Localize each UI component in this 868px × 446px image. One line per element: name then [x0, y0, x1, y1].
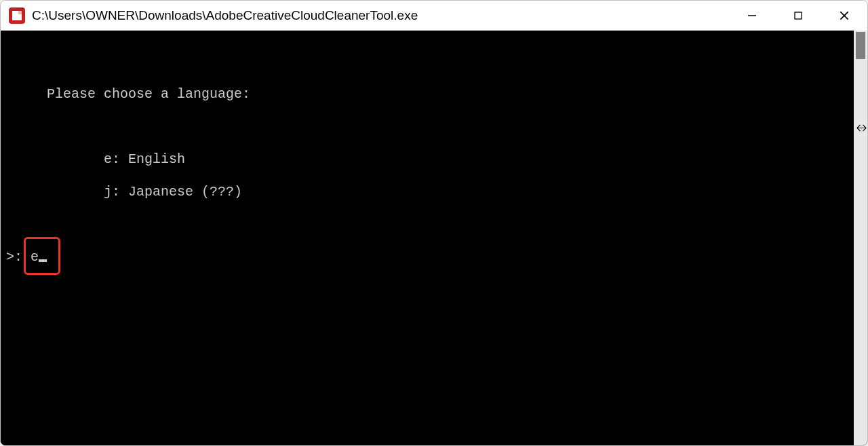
resize-horizontal-icon — [856, 123, 867, 133]
window-title: C:\Users\OWNER\Downloads\AdobeCreativeCl… — [32, 8, 729, 23]
content-area: Please choose a language: e: English j: … — [1, 31, 867, 445]
input-prompt-line[interactable]: >: e — [6, 249, 854, 265]
svg-rect-1 — [795, 12, 802, 19]
window-controls — [729, 1, 867, 31]
blank-line — [6, 54, 854, 70]
minimize-button[interactable] — [729, 1, 775, 31]
scrollbar-thumb[interactable] — [856, 32, 865, 59]
blank-line — [6, 217, 854, 233]
vertical-scrollbar[interactable] — [854, 31, 867, 445]
blank-line — [6, 119, 854, 135]
prompt-header-line: Please choose a language: — [6, 86, 854, 103]
adobe-app-icon — [9, 7, 25, 24]
option-english-line: e: English — [6, 151, 854, 168]
minimize-icon — [747, 10, 757, 21]
maximize-icon — [793, 10, 804, 21]
close-button[interactable] — [821, 1, 867, 31]
titlebar[interactable]: C:\Users\OWNER\Downloads\AdobeCreativeCl… — [1, 1, 867, 31]
terminal-output[interactable]: Please choose a language: e: English j: … — [1, 31, 854, 445]
maximize-button[interactable] — [775, 1, 821, 31]
annotation-highlight-box — [24, 237, 60, 275]
app-window: C:\Users\OWNER\Downloads\AdobeCreativeCl… — [0, 0, 868, 446]
option-japanese-line: j: Japanese (???) — [6, 184, 854, 200]
close-icon — [838, 10, 850, 22]
